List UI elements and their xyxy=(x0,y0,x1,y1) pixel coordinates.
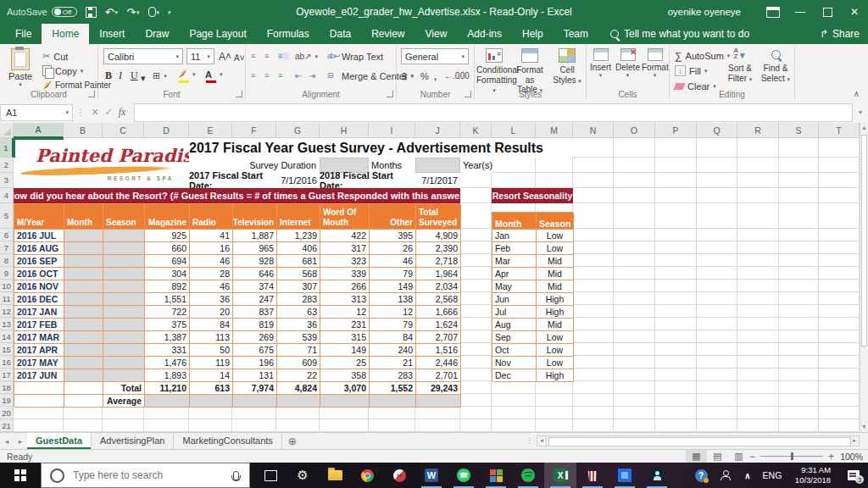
cell-value[interactable]: 46 xyxy=(190,255,233,268)
row-header-13[interactable]: 13 xyxy=(0,318,14,330)
select-all-button[interactable] xyxy=(0,123,14,138)
cell-myear[interactable]: 2017 APR xyxy=(14,344,64,357)
row-header-18[interactable]: 18 xyxy=(0,381,14,394)
start-button[interactable] xyxy=(0,463,41,488)
cell-average[interactable] xyxy=(145,395,190,408)
cell-value[interactable]: 722 xyxy=(145,306,190,319)
account-name[interactable]: oyenike oyeneye xyxy=(668,0,741,24)
cell-total[interactable]: 4,824 xyxy=(277,382,320,395)
seasonality-month[interactable]: Dec xyxy=(492,369,537,382)
cell-season[interactable] xyxy=(103,268,145,280)
menu-tab-team[interactable]: Team xyxy=(554,24,598,44)
orientation-button[interactable]: ab↗▾ xyxy=(295,49,318,64)
seasonality-month[interactable]: Sep xyxy=(492,331,537,344)
font-dialog-launcher[interactable] xyxy=(236,91,242,97)
fy2018-date[interactable]: 7/1/2017 xyxy=(415,173,460,188)
column-header-label-radio[interactable]: Radio xyxy=(190,204,233,230)
spotify-button[interactable] xyxy=(512,463,544,488)
row-header-8[interactable]: 8 xyxy=(0,254,14,267)
cell-value[interactable]: 36 xyxy=(190,293,233,306)
conditional-formatting-button[interactable]: ≠ ConditionalFormatting ▾ xyxy=(476,47,512,95)
cell-value[interactable]: 313 xyxy=(320,293,370,306)
cell-month[interactable] xyxy=(64,331,103,344)
autosave-toggle[interactable]: AutoSave Off xyxy=(7,7,77,17)
cell-month[interactable] xyxy=(64,268,103,280)
row-header-5[interactable]: 5 xyxy=(0,203,14,229)
number-format-combo[interactable]: General▾ xyxy=(401,48,469,64)
undo-button[interactable]: ↶▾ xyxy=(105,7,118,18)
column-header-A[interactable]: A xyxy=(14,123,64,138)
sheet-nav-right-icon[interactable]: ▸ xyxy=(14,433,27,449)
scrollbar-resize-handle[interactable]: ⋮ xyxy=(526,436,533,445)
seasonality-month[interactable]: Jul xyxy=(492,306,537,319)
cell-average[interactable] xyxy=(190,395,233,408)
cell-season[interactable] xyxy=(103,331,145,344)
cell-value[interactable]: 4,909 xyxy=(416,230,461,242)
cell-value[interactable]: 46 xyxy=(370,255,416,268)
zoom-in-button[interactable]: + xyxy=(828,452,834,462)
cell-value[interactable]: 395 xyxy=(370,230,416,242)
cell-season[interactable] xyxy=(103,242,145,255)
wrap-text-button[interactable]: ab↩Wrap Text xyxy=(327,49,383,64)
cell-value[interactable]: 675 xyxy=(233,344,277,357)
cell-empty[interactable] xyxy=(64,395,103,408)
cell-value[interactable]: 1,239 xyxy=(277,230,320,242)
seasonality-season[interactable]: High xyxy=(537,293,574,306)
cell-myear[interactable]: 2016 NOV xyxy=(14,280,64,293)
seasonality-season[interactable]: Low xyxy=(537,242,574,255)
menu-tab-help[interactable]: Help xyxy=(512,24,554,44)
seasonality-month[interactable]: Oct xyxy=(492,344,537,357)
cell-value[interactable]: 28 xyxy=(190,268,233,280)
column-header-T[interactable]: T xyxy=(819,123,860,138)
cell-empty[interactable] xyxy=(64,382,103,395)
collapse-ribbon-button[interactable]: ∧ xyxy=(854,89,860,98)
word-button[interactable]: W xyxy=(415,463,448,488)
cell-month[interactable] xyxy=(64,369,103,382)
cell-value[interactable]: 41 xyxy=(190,230,233,242)
column-header-J[interactable]: J xyxy=(415,123,460,138)
cell-value[interactable]: 925 xyxy=(145,230,190,242)
file-explorer-button[interactable] xyxy=(319,463,351,488)
cell-value[interactable]: 84 xyxy=(370,331,416,344)
cell-value[interactable]: 307 xyxy=(277,280,320,293)
cell-myear[interactable]: 2017 MAY xyxy=(14,357,64,369)
cell-value[interactable]: 681 xyxy=(277,255,320,268)
decrease-indent-button[interactable]: ⇤ xyxy=(295,69,302,83)
sheet-tab-marketingconsultants[interactable]: MarketingConsultants xyxy=(174,433,281,449)
cell-month[interactable] xyxy=(64,255,103,268)
cell-season[interactable] xyxy=(103,306,145,319)
row-header-6[interactable]: 6 xyxy=(0,229,14,241)
cell-month[interactable] xyxy=(64,319,103,331)
cell-value[interactable]: 79 xyxy=(370,319,416,331)
cell-month[interactable] xyxy=(64,230,103,242)
cell-value[interactable]: 25 xyxy=(320,357,370,369)
share-button[interactable]: ↱ Share xyxy=(820,24,860,44)
cell-value[interactable]: 266 xyxy=(320,280,370,293)
menu-tab-file[interactable]: File xyxy=(5,24,42,44)
find-select-button[interactable]: Find &Select ▾ xyxy=(758,47,793,83)
cell-value[interactable]: 2,446 xyxy=(416,357,461,369)
accounting-format-button[interactable]: $ ▾ xyxy=(402,69,414,83)
column-header-Q[interactable]: Q xyxy=(697,123,737,138)
cell-value[interactable]: 315 xyxy=(320,331,370,344)
row-header-21[interactable]: 21 xyxy=(0,419,14,432)
search-input[interactable] xyxy=(71,469,233,482)
bold-button[interactable]: B xyxy=(105,69,112,83)
cell-value[interactable]: 283 xyxy=(370,369,416,382)
cell-value[interactable]: 317 xyxy=(320,242,370,255)
row-header-4[interactable]: 4 xyxy=(0,188,14,203)
cell-value[interactable]: 1,624 xyxy=(416,319,461,331)
bottom-align-button[interactable]: ≡ xyxy=(278,49,289,64)
column-header-label-television[interactable]: Television xyxy=(233,204,277,230)
seasonality-season[interactable]: Mid xyxy=(537,268,574,280)
seasonality-month[interactable]: Jun xyxy=(492,293,537,306)
cell-myear[interactable]: 2016 AUG xyxy=(14,242,64,255)
ribbon-display-options-button[interactable] xyxy=(760,0,787,24)
cell-empty[interactable] xyxy=(14,395,64,408)
row-header-1[interactable]: 1 xyxy=(0,138,14,158)
row-header-12[interactable]: 12 xyxy=(0,305,14,318)
chrome-button[interactable] xyxy=(351,463,383,488)
cell-average[interactable] xyxy=(416,395,461,408)
popcorn-time-button[interactable] xyxy=(576,463,609,488)
row-header-7[interactable]: 7 xyxy=(0,241,14,254)
